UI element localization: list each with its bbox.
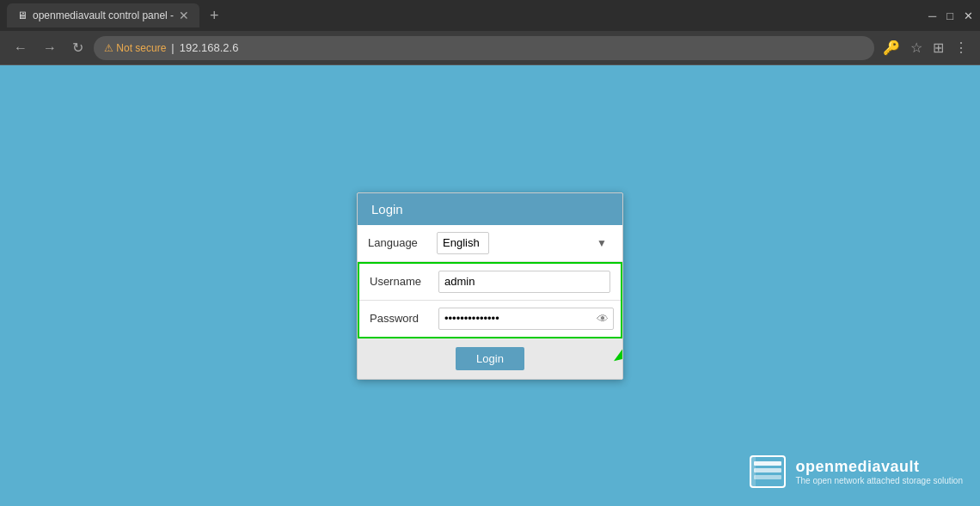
omv-text: openmediavault The open network attached…: [795, 458, 963, 485]
svg-rect-2: [754, 468, 781, 472]
arrow-annotation: [614, 337, 623, 380]
svg-rect-1: [754, 461, 781, 466]
password-label: Password: [370, 312, 438, 325]
address-bar[interactable]: ⚠ Not secure | 192.168.2.6: [94, 36, 874, 60]
menu-icon[interactable]: ⋮: [951, 36, 971, 59]
bookmark-icon[interactable]: ☆: [907, 36, 926, 59]
tab-title: openmediavault control panel -: [33, 9, 174, 21]
credentials-section: Username Password 👁: [358, 262, 622, 338]
svg-rect-3: [754, 475, 781, 479]
page-content: Login Language English German French Spa…: [0, 65, 980, 506]
login-footer: Login: [358, 338, 622, 379]
login-header: Login: [358, 193, 622, 225]
language-row: Language English German French Spanish ▼: [358, 225, 622, 262]
username-input[interactable]: [438, 271, 610, 293]
password-wrapper: 👁: [438, 308, 614, 330]
extensions-icon[interactable]: ⊞: [929, 36, 947, 59]
new-tab-button[interactable]: +: [205, 7, 224, 25]
minimize-button[interactable]: ─: [928, 9, 936, 22]
tab-favicon: 🖥: [17, 9, 28, 21]
omv-logo-icon: [749, 454, 787, 489]
show-password-icon[interactable]: 👁: [597, 312, 609, 326]
language-select-wrapper: English German French Spanish ▼: [437, 232, 612, 254]
omv-branding: openmediavault The open network attached…: [749, 454, 963, 489]
window-controls: ─ □ ✕: [928, 9, 973, 22]
security-warning: ⚠ Not secure: [104, 42, 166, 54]
restore-button[interactable]: □: [946, 9, 953, 22]
forward-button[interactable]: →: [38, 37, 62, 59]
browser-toolbar: ← → ↻ ⚠ Not secure | 192.168.2.6 🔑 ☆ ⊞ ⋮: [0, 31, 980, 65]
login-button[interactable]: Login: [456, 347, 524, 370]
password-input[interactable]: [438, 308, 614, 330]
omv-tagline: The open network attached storage soluti…: [795, 476, 963, 485]
address-url: 192.168.2.6: [180, 41, 239, 54]
back-button[interactable]: ←: [9, 37, 33, 59]
login-body: Language English German French Spanish ▼…: [358, 225, 622, 338]
address-separator: |: [171, 41, 174, 54]
tab-close-button[interactable]: ✕: [179, 9, 189, 22]
toolbar-icons: 🔑 ☆ ⊞ ⋮: [879, 36, 971, 59]
select-arrow-icon: ▼: [597, 237, 607, 249]
password-row: Password 👁: [359, 301, 621, 337]
key-icon[interactable]: 🔑: [879, 36, 903, 59]
username-row: Username: [359, 264, 621, 301]
language-label: Language: [368, 236, 437, 249]
svg-rect-4: [750, 456, 756, 487]
browser-titlebar: 🖥 openmediavault control panel - ✕ + ─ □…: [0, 0, 980, 31]
login-card: Login Language English German French Spa…: [357, 192, 623, 380]
username-label: Username: [370, 275, 438, 288]
reload-button[interactable]: ↻: [67, 36, 89, 59]
login-title: Login: [371, 202, 403, 216]
language-select[interactable]: English German French Spanish: [437, 232, 489, 254]
close-button[interactable]: ✕: [964, 9, 973, 22]
omv-name: openmediavault: [795, 458, 963, 476]
active-tab[interactable]: 🖥 openmediavault control panel - ✕: [7, 3, 199, 27]
